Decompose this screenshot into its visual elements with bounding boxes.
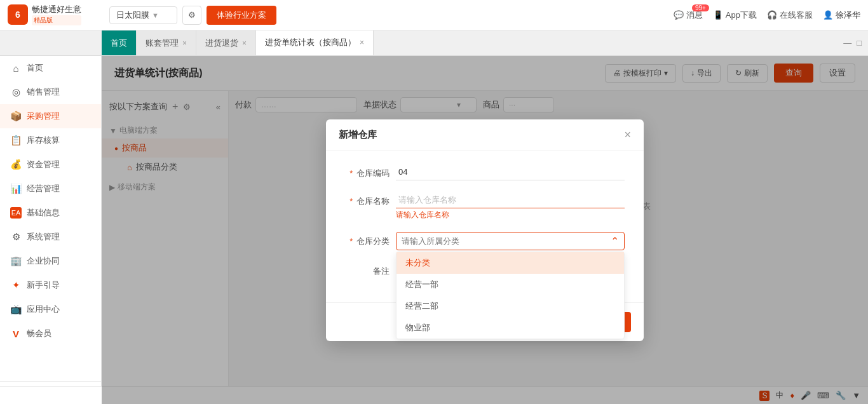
category-label: * 仓库分类 xyxy=(345,232,390,247)
logo-icon: 6 xyxy=(8,4,28,25)
required-star-2: * xyxy=(349,196,353,206)
notes-label: 备注 xyxy=(345,262,390,277)
warehouse-code-label: * 仓库编码 xyxy=(345,164,390,179)
dialog-title: 新增仓库 xyxy=(339,129,377,141)
sidebar-label-system: 系统管理 xyxy=(27,231,60,243)
tab-bar: 首页 账套管理 × 进货退货 × 进货单统计表（按商品） × — □ xyxy=(0,30,868,56)
warehouse-name-input[interactable] xyxy=(396,192,625,208)
warehouse-name-error-msg: 请输入仓库名称 xyxy=(396,210,625,220)
sidebar-item-basic[interactable]: EA 基础信息 xyxy=(0,201,101,225)
gear-icon: ⚙ xyxy=(188,10,196,20)
warehouse-name-control: 请输入仓库名称 xyxy=(396,192,625,220)
warehouse-code-control xyxy=(396,164,625,180)
sidebar-item-finance[interactable]: 💰 资金管理 xyxy=(0,152,101,177)
home-icon: ⌂ xyxy=(10,62,22,74)
sidebar-item-inventory[interactable]: 📋 库存核算 xyxy=(0,128,101,152)
logo-badge: 精品版 xyxy=(32,15,81,25)
sidebar-label-enterprise: 企业协同 xyxy=(27,255,60,267)
sidebar-item-system[interactable]: ⚙ 系统管理 xyxy=(0,225,101,249)
dropdown-item-dept2[interactable]: 经营二部 xyxy=(397,295,624,317)
top-right-area: 💬 消息 99+ 📱 App下载 🎧 在线客服 👤 徐泽华 xyxy=(674,10,860,21)
sidebar-item-guide[interactable]: ✦ 新手引导 xyxy=(0,273,101,297)
sidebar-label-operation: 经营管理 xyxy=(27,183,60,194)
message-button[interactable]: 💬 消息 99+ xyxy=(674,10,703,21)
sidebar-item-operation[interactable]: 📊 经营管理 xyxy=(0,177,101,201)
sales-icon: ◎ xyxy=(10,86,22,98)
vip-icon: V xyxy=(10,328,22,339)
chevron-down-icon: ▼ xyxy=(152,11,159,19)
warehouse-name-row: * 仓库名称 请输入仓库名称 xyxy=(345,192,625,220)
category-control: ⌃ 未分类 经营一部 经营二部 物业部 xyxy=(396,232,625,250)
dialog-close-button[interactable]: × xyxy=(624,128,631,142)
message-badge: 99+ xyxy=(692,4,709,11)
sidebar: ⌂ 首页 ◎ 销售管理 📦 采购管理 📋 库存核算 💰 资金管理 📊 经营管理 … xyxy=(0,56,102,404)
sidebar-item-sales[interactable]: ◎ 销售管理 xyxy=(0,80,101,104)
mobile-icon: 📱 xyxy=(713,10,723,20)
sidebar-label-sales: 销售管理 xyxy=(27,86,60,98)
message-icon: 💬 xyxy=(674,10,684,20)
system-icon: ⚙ xyxy=(10,231,22,243)
top-search-area: 日太阳膜 ▼ ⚙ 体验行业方案 xyxy=(109,6,667,25)
online-service-label: 在线客服 xyxy=(780,10,813,21)
dialog-header: 新增仓库 × xyxy=(326,119,644,151)
search-select-value: 日太阳膜 xyxy=(116,10,149,21)
tab-purchase-return-label: 进货退货 xyxy=(205,37,238,49)
tab-purchase-return-close-icon[interactable]: × xyxy=(242,39,247,48)
top-navbar: 6 畅捷通好生意 精品版 日太阳膜 ▼ ⚙ 体验行业方案 💬 消息 99+ 📱 … xyxy=(0,0,868,30)
home-tab-label: 首页 xyxy=(111,37,127,49)
dialog-overlay: 新增仓库 × * 仓库编码 xyxy=(102,56,868,404)
minimize-icon[interactable]: — xyxy=(843,38,851,48)
app-download-label: App下载 xyxy=(726,10,757,21)
warehouse-code-row: * 仓库编码 xyxy=(345,164,625,180)
trial-button[interactable]: 体验行业方案 xyxy=(207,6,276,25)
category-input[interactable] xyxy=(402,236,611,246)
online-service-button[interactable]: 🎧 在线客服 xyxy=(767,10,813,21)
search-select[interactable]: 日太阳膜 ▼ xyxy=(109,6,177,24)
appstore-icon: 📺 xyxy=(10,304,22,315)
user-area[interactable]: 👤 徐泽华 xyxy=(823,10,860,21)
content-area: 进货单统计(按商品) 🖨 按模板打印 ▾ ↓ 导出 ↻ 刷新 查询 设置 xyxy=(102,56,868,404)
sidebar-label-basic: 基础信息 xyxy=(27,207,60,219)
sidebar-item-vip[interactable]: V 畅会员 xyxy=(0,321,101,346)
purchase-icon: 📦 xyxy=(10,111,22,122)
tab-home[interactable]: 首页 xyxy=(102,30,137,56)
sidebar-label-inventory: 库存核算 xyxy=(27,135,60,146)
tab-purchase-stats-close-icon[interactable]: × xyxy=(360,38,364,47)
dropdown-item-dept3[interactable]: 物业部 xyxy=(397,317,624,339)
main-layout: ⌂ 首页 ◎ 销售管理 📦 采购管理 📋 库存核算 💰 资金管理 📊 经营管理 … xyxy=(0,56,868,404)
sidebar-label-guide: 新手引导 xyxy=(27,279,60,291)
tab-purchase-stats-label: 进货单统计表（按商品） xyxy=(265,37,356,48)
sidebar-label-appstore: 应用中心 xyxy=(27,304,60,315)
maximize-icon[interactable]: □ xyxy=(857,38,862,48)
dropdown-item-dept1[interactable]: 经营一部 xyxy=(397,274,624,295)
warehouse-code-input[interactable] xyxy=(396,164,625,180)
sidebar-item-enterprise[interactable]: 🏢 企业协同 xyxy=(0,249,101,273)
category-input-wrap: ⌃ xyxy=(396,232,625,250)
sidebar-item-home[interactable]: ⌂ 首页 xyxy=(0,56,101,80)
basic-icon: EA xyxy=(10,207,22,219)
app-download-button[interactable]: 📱 App下载 xyxy=(713,10,757,21)
operation-icon: 📊 xyxy=(10,183,22,194)
tab-account-close-icon[interactable]: × xyxy=(182,39,187,48)
dialog-body: * 仓库编码 * 仓库名称 xyxy=(326,151,644,302)
inventory-icon: 📋 xyxy=(10,135,22,146)
tab-purchase-return[interactable]: 进货退货 × xyxy=(196,30,256,56)
tab-account-management[interactable]: 账套管理 × xyxy=(137,30,196,56)
sidebar-label-purchase: 采购管理 xyxy=(27,111,60,122)
dropdown-item-uncategorized[interactable]: 未分类 xyxy=(397,252,624,274)
tab-account-label: 账套管理 xyxy=(146,37,179,49)
tab-bar-right: — □ xyxy=(843,38,868,48)
sidebar-item-purchase[interactable]: 📦 采购管理 xyxy=(0,104,101,128)
tab-purchase-stats[interactable]: 进货单统计表（按商品） × xyxy=(256,30,374,56)
new-warehouse-dialog: 新增仓库 × * 仓库编码 xyxy=(326,119,644,341)
guide-icon: ✦ xyxy=(10,279,22,291)
sidebar-label-finance: 资金管理 xyxy=(27,159,60,170)
settings-button[interactable]: ⚙ xyxy=(182,6,201,25)
enterprise-icon: 🏢 xyxy=(10,255,22,267)
required-star: * xyxy=(349,168,353,178)
category-dropdown: 未分类 经营一部 经营二部 物业部 xyxy=(396,252,625,339)
category-toggle-icon[interactable]: ⌃ xyxy=(611,235,619,247)
finance-icon: 💰 xyxy=(10,159,22,170)
sidebar-item-appstore[interactable]: 📺 应用中心 xyxy=(0,297,101,321)
user-name: 徐泽华 xyxy=(836,10,860,21)
